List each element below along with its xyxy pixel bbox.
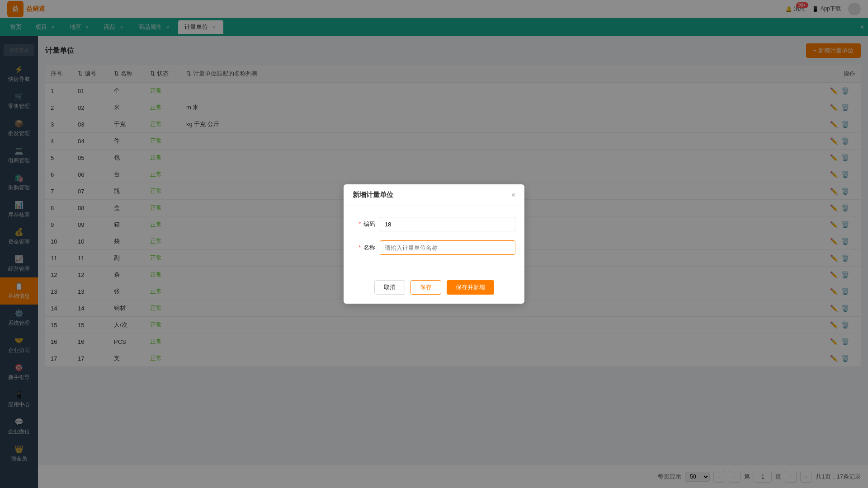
name-required-mark: * bbox=[359, 244, 361, 251]
name-input[interactable] bbox=[380, 240, 515, 255]
code-label-text: 编码 bbox=[363, 221, 375, 227]
cancel-button[interactable]: 取消 bbox=[374, 280, 405, 295]
save-and-new-button[interactable]: 保存并新增 bbox=[447, 280, 494, 295]
code-input[interactable] bbox=[380, 217, 515, 231]
modal-body: * 编码 * 名称 bbox=[344, 206, 524, 275]
form-code-label: * 编码 bbox=[353, 220, 380, 228]
modal-title: 新增计量单位 bbox=[353, 191, 393, 199]
modal-header: 新增计量单位 × bbox=[344, 184, 524, 206]
add-measure-unit-modal: 新增计量单位 × * 编码 * 名称 取消 保存 保存并新增 bbox=[344, 184, 524, 304]
save-button[interactable]: 保存 bbox=[410, 280, 441, 295]
form-row-name: * 名称 bbox=[353, 240, 515, 255]
modal-footer: 取消 保存 保存并新增 bbox=[344, 275, 524, 304]
form-name-label: * 名称 bbox=[353, 244, 380, 252]
modal-overlay: 新增计量单位 × * 编码 * 名称 取消 保存 保存并新增 bbox=[0, 0, 868, 488]
code-required-mark: * bbox=[359, 221, 361, 227]
form-row-code: * 编码 bbox=[353, 217, 515, 231]
name-label-text: 名称 bbox=[363, 244, 375, 251]
modal-close-button[interactable]: × bbox=[511, 191, 515, 199]
